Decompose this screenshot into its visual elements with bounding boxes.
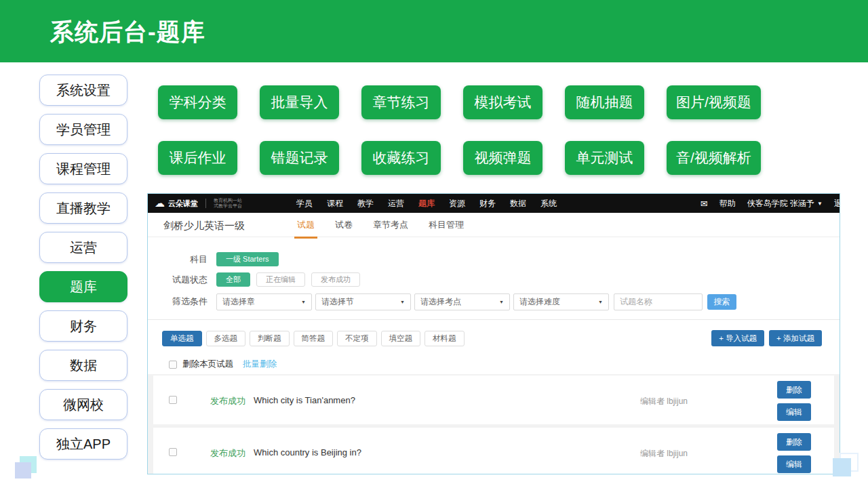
logo-tagline: 教育机构一站 式教学云平台 [214,198,242,209]
select-all-checkbox[interactable] [169,361,177,369]
sidebar-item-operations[interactable]: 运营 [39,232,127,263]
sidebar-item-system-settings[interactable]: 系统设置 [39,75,127,106]
delete-button[interactable]: 删除 [777,381,811,399]
status-all-button[interactable]: 全部 [216,272,250,287]
logo-tagline-line1: 教育机构一站 [214,198,242,203]
nav-item-data[interactable]: 数据 [510,198,526,209]
admin-screenshot-panel: ☁ 云朵课堂 教育机构一站 式教学云平台 学员 课程 教学 运营 题库 资源 财… [147,193,840,474]
feature-homework[interactable]: 课后作业 [158,141,237,175]
bulk-delete-row: 删除本页试题 批量删除 [169,359,277,370]
feature-batch-import[interactable]: 批量导入 [260,85,339,119]
nav-item-system[interactable]: 系统 [540,198,557,209]
qtype-material[interactable]: 材料题 [425,331,465,346]
row-checkbox[interactable] [169,396,177,404]
edit-button[interactable]: 编辑 [777,403,811,421]
bulk-delete-link[interactable]: 批量删除 [243,359,277,370]
logout-link[interactable]: 退出 [834,198,840,209]
status-editing-button[interactable]: 正在编辑 [256,272,305,287]
qtype-single-choice[interactable]: 单选题 [162,331,202,346]
feature-unit-test[interactable]: 单元测试 [565,141,644,175]
row-action-buttons: 删除 编辑 [777,381,811,421]
tab-chapter-points[interactable]: 章节考点 [373,219,408,231]
sidebar-item-live-teaching[interactable]: 直播教学 [39,192,127,224]
sidebar-item-student-management[interactable]: 学员管理 [39,114,127,145]
select-caret-icon: ▼ [301,300,306,304]
difficulty-select[interactable]: 请选择难度 ▼ [513,293,609,310]
tab-questions[interactable]: 试题 [297,219,315,231]
chapter-select[interactable]: 请选择章 ▼ [216,293,312,310]
nav-item-resources[interactable]: 资源 [449,198,465,209]
cloud-logo-icon: ☁ [155,197,165,209]
section-select-value: 请选择节 [321,296,354,308]
logo-tagline-line2: 式教学云平台 [214,203,242,208]
feature-random-draw[interactable]: 随机抽题 [565,85,644,119]
logo-divider [205,199,206,208]
status-published-button[interactable]: 发布成功 [311,272,360,287]
sidebar: 系统设置 学员管理 课程管理 直播教学 运营 题库 财务 数据 微网校 独立AP… [39,75,127,460]
feature-favorite-practice[interactable]: 收藏练习 [361,141,441,175]
feature-video-popup-questions[interactable]: 视频弹题 [463,141,542,175]
nav-item-teaching[interactable]: 教学 [357,198,374,209]
feature-buttons: 学科分类 批量导入 章节练习 模拟考试 随机抽题 图片/视频题 课后作业 错题记… [158,85,761,175]
qtype-short-answer[interactable]: 简答题 [294,331,334,346]
question-actions: + 导入试题 + 添加试题 [711,330,822,346]
admin-tabs: 试题 试卷 章节考点 科目管理 [297,213,464,237]
feature-row-2: 课后作业 错题记录 收藏练习 视频弹题 单元测试 音/视频解析 [158,141,761,175]
edit-button[interactable]: 编辑 [777,455,811,473]
delete-button[interactable]: 删除 [777,433,811,451]
tab-papers[interactable]: 试卷 [335,219,353,231]
decor-square-lavender [15,462,31,479]
feature-chapter-practice[interactable]: 章节练习 [361,85,441,119]
status-label: 试题状态 [170,274,208,286]
feature-image-video-questions[interactable]: 图片/视频题 [667,85,761,119]
account-menu[interactable]: 侠客岛学院 张涵予 ▼ [747,198,823,209]
chevron-down-icon: ▼ [817,201,823,207]
subject-pill[interactable]: 一级 Starters [216,252,279,266]
nav-item-courses[interactable]: 课程 [327,198,343,209]
feature-audio-video-analysis[interactable]: 音/视频解析 [667,141,761,175]
feature-wrong-question-record[interactable]: 错题记录 [260,141,339,175]
mail-icon[interactable]: ✉ [701,199,708,209]
admin-tab-row: 剑桥少儿英语一级 试题 试卷 章节考点 科目管理 [148,213,840,237]
feature-mock-exam[interactable]: 模拟考试 [463,85,542,119]
help-link[interactable]: 帮助 [719,198,736,209]
status-badge: 发布成功 [210,395,245,407]
nav-item-operations[interactable]: 运营 [388,198,404,209]
import-questions-button[interactable]: + 导入试题 [711,330,764,346]
select-caret-icon: ▼ [499,300,504,304]
feature-subject-classification[interactable]: 学科分类 [158,85,237,119]
tab-subject-management[interactable]: 科目管理 [429,219,464,231]
question-row: 发布成功 Which country is Beijing in? 编辑者 lb… [153,428,834,474]
sidebar-item-micro-school[interactable]: 微网校 [39,389,127,420]
qtype-indefinite[interactable]: 不定项 [337,331,377,346]
sidebar-item-course-management[interactable]: 课程管理 [39,153,127,184]
sidebar-item-question-bank[interactable]: 题库 [39,271,127,302]
question-row: 发布成功 Which city is Tian'anmen? 编辑者 lbjij… [153,375,834,424]
question-name-input[interactable] [614,293,703,310]
qtype-fill-blank[interactable]: 填空题 [381,331,421,346]
sidebar-item-standalone-app[interactable]: 独立APP [39,428,127,460]
nav-item-finance[interactable]: 财务 [479,198,496,209]
question-text: Which city is Tian'anmen? [254,395,355,405]
sidebar-item-data[interactable]: 数据 [39,350,127,381]
admin-top-nav: ☁ 云朵课堂 教育机构一站 式教学云平台 学员 课程 教学 运营 题库 资源 财… [148,194,840,213]
point-select[interactable]: 请选择考点 ▼ [414,293,510,310]
feature-row-1: 学科分类 批量导入 章节练习 模拟考试 随机抽题 图片/视频题 [158,85,761,119]
sidebar-item-finance[interactable]: 财务 [39,310,127,342]
page-title: 系统后台-题库 [0,0,868,48]
row-checkbox[interactable] [169,448,177,456]
chapter-select-value: 请选择章 [222,296,255,308]
nav-item-students[interactable]: 学员 [296,198,313,209]
qtype-multi-choice[interactable]: 多选题 [206,331,246,346]
qtype-true-false[interactable]: 判断题 [250,331,290,346]
admin-nav-right: ✉ 帮助 侠客岛学院 张涵予 ▼ 退出 [701,198,840,209]
point-select-value: 请选择考点 [420,296,461,308]
page: 系统后台-题库 系统设置 学员管理 课程管理 直播教学 运营 题库 财务 数据 … [0,0,868,488]
filter-condition-row: 筛选条件 请选择章 ▼ 请选择节 ▼ 请选择考点 ▼ 请选择难度 ▼ 搜索 [170,293,736,310]
select-caret-icon: ▼ [598,300,603,304]
nav-item-question-bank[interactable]: 题库 [418,198,435,209]
search-button[interactable]: 搜索 [707,294,736,310]
add-question-button[interactable]: + 添加试题 [769,330,822,346]
section-select[interactable]: 请选择节 ▼ [315,293,411,310]
row-action-buttons: 删除 编辑 [777,433,811,473]
